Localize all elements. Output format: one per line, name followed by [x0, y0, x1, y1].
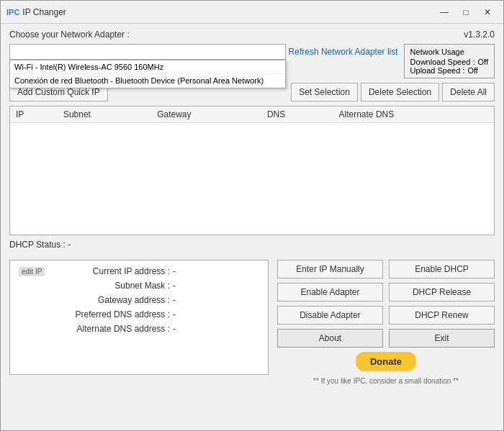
col-alt-dns: Alternate DNS [333, 106, 494, 123]
left-column: Wi-Fi - Intel(R) Wireless-AC 9560 160MHz… [9, 44, 398, 77]
disable-buttons-row: Disable Adapter DHCP Renew [277, 306, 495, 325]
usage-box: Network Usage Download Speed : Off Uploa… [404, 44, 495, 78]
current-ip-label: Current IP address : [48, 266, 173, 276]
app-icon: IPC [6, 8, 19, 17]
top-section: Wi-Fi - Intel(R) Wireless-AC 9560 160MHz… [9, 44, 495, 78]
adapter-buttons-row: Enable Adapter DHCP Release [277, 283, 495, 301]
minimize-button[interactable]: — [434, 4, 454, 20]
gateway-value: - [173, 295, 259, 305]
dropdown-item-wifi[interactable]: Wi-Fi - Intel(R) Wireless-AC 9560 160MHz [10, 60, 285, 74]
enable-dhcp-button[interactable]: Enable DHCP [389, 260, 495, 278]
col-dns: DNS [261, 106, 333, 123]
adapter-dropdown-open: Wi-Fi - Intel(R) Wireless-AC 9560 160MHz… [9, 60, 286, 89]
dns-value: - [173, 309, 259, 319]
dhcp-release-button[interactable]: DHCP Release [389, 283, 495, 301]
enable-adapter-button[interactable]: Enable Adapter [277, 283, 383, 301]
delete-selection-button[interactable]: Delete Selection [361, 83, 439, 101]
usage-title: Network Usage [410, 47, 488, 56]
enter-ip-manually-button[interactable]: Enter IP Manually [277, 260, 383, 278]
donate-button[interactable]: Donate [356, 352, 416, 371]
window-title: IP Changer [22, 7, 434, 17]
current-ip-row: edit IP Current IP address : - [19, 266, 259, 276]
subnet-value: - [173, 281, 259, 291]
refresh-link[interactable]: Refresh Network Adapter list [289, 47, 398, 57]
about-exit-row: About Exit [277, 329, 495, 348]
adapter-label: Choose your Network Adapter : [9, 30, 130, 40]
about-button[interactable]: About [277, 329, 383, 348]
dns-label: Preferred DNS address : [55, 309, 173, 319]
ip-buttons-row: Enter IP Manually Enable DHCP [277, 260, 495, 278]
version-label: v1.3.2.0 [464, 30, 495, 40]
window-controls: — □ ✕ [434, 4, 498, 20]
dhcp-label: DHCP Status : [9, 240, 66, 250]
gateway-label: Gateway address : [55, 295, 173, 305]
set-selection-button[interactable]: Set Selection [291, 83, 358, 101]
delete-all-button[interactable]: Delete All [442, 83, 495, 101]
upload-value: Off [467, 66, 477, 75]
donate-note: ** If you like IPC, consider a small don… [277, 377, 495, 385]
right-buttons: Enter IP Manually Enable DHCP Enable Ada… [277, 260, 495, 385]
current-ip-value: - [173, 266, 259, 276]
dhcp-renew-button[interactable]: DHCP Renew [389, 306, 495, 325]
alt-dns-row: Alternate DNS address : - [19, 324, 259, 334]
edit-ip-badge: edit IP [19, 267, 45, 276]
subnet-row: Subnet Mask : - [19, 281, 259, 291]
adapter-select-wrapper: Wi-Fi - Intel(R) Wireless-AC 9560 160MHz… [9, 44, 286, 60]
subnet-label: Subnet Mask : [55, 281, 173, 291]
dns-row: Preferred DNS address : - [19, 309, 259, 319]
exit-button[interactable]: Exit [389, 329, 495, 348]
info-box: edit IP Current IP address : - Subnet Ma… [9, 260, 269, 375]
alt-dns-label: Alternate DNS address : [55, 324, 173, 334]
download-label: Download Speed : [410, 58, 475, 66]
dropdown-item-bluetooth[interactable]: Conexión de red Bluetooth - Bluetooth De… [10, 74, 285, 88]
upload-label: Upload Speed : [410, 66, 465, 75]
col-ip: IP [10, 106, 58, 123]
col-subnet: Subnet [58, 106, 151, 123]
close-button[interactable]: ✕ [477, 4, 498, 20]
main-window: IPC IP Changer — □ ✕ Choose your Network… [0, 0, 504, 431]
alt-dns-value: - [173, 324, 259, 334]
bottom-section: edit IP Current IP address : - Subnet Ma… [9, 260, 495, 385]
dhcp-status-row: DHCP Status : - [9, 240, 495, 250]
main-content: Choose your Network Adapter : v1.3.2.0 W… [1, 24, 503, 430]
gateway-row: Gateway address : - [19, 295, 259, 305]
maximize-button[interactable]: □ [456, 4, 476, 20]
upload-row: Upload Speed : Off [410, 66, 488, 75]
dhcp-value: - [68, 240, 71, 250]
col-gateway: Gateway [151, 106, 261, 123]
adapter-row: Wi-Fi - Intel(R) Wireless-AC 9560 160MHz… [9, 44, 398, 60]
ip-table-container: IP Subnet Gateway DNS Alternate DNS [9, 106, 495, 235]
ip-table: IP Subnet Gateway DNS Alternate DNS [10, 106, 494, 123]
title-bar: IPC IP Changer — □ ✕ [1, 1, 503, 24]
download-row: Download Speed : Off [410, 58, 488, 66]
adapter-select[interactable] [9, 44, 286, 60]
disable-adapter-button[interactable]: Disable Adapter [277, 306, 383, 325]
table-header-row: IP Subnet Gateway DNS Alternate DNS [10, 106, 494, 123]
download-value: Off [478, 58, 488, 66]
